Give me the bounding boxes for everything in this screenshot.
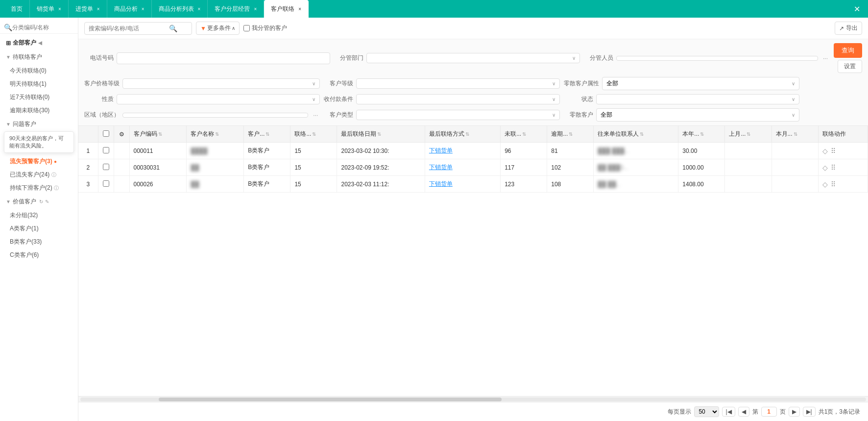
- th-type[interactable]: 客户... ⇅: [244, 126, 290, 143]
- sidebar-section-pending[interactable]: ▼ 待联络客户: [0, 50, 78, 64]
- th-overdue[interactable]: 逾期... ⇅: [547, 126, 594, 143]
- th-name[interactable]: 客户名称 ⇅: [187, 126, 244, 143]
- cell-last-contact-method[interactable]: 下销货单: [425, 143, 500, 159]
- sidebar-item-a-class[interactable]: A类客户(1): [0, 222, 78, 235]
- th-this-year[interactable]: 本年... ⇅: [678, 126, 725, 143]
- sidebar: 🔍 ⊞ 全部客户 ◀ ▼ 待联络客户 今天待联络(0) 明天待联络(1) 近7天…: [0, 18, 78, 421]
- contact-icon[interactable]: ◇: [822, 180, 828, 188]
- row-checkbox[interactable]: [103, 147, 109, 153]
- filter-payment: 收付款条件 ∨: [324, 94, 559, 104]
- per-page-select[interactable]: 50 100 200: [694, 406, 719, 417]
- region-more-icon[interactable]: ···: [311, 112, 320, 119]
- sidebar-item-overdue-pending[interactable]: 逾期未联络(30): [0, 104, 78, 117]
- sidebar-item-today-pending[interactable]: 今天待联络(0): [0, 64, 78, 77]
- sidebar-all-customers[interactable]: ⊞ 全部客户 ◀: [0, 36, 78, 50]
- contact-icon[interactable]: ◇: [822, 147, 828, 155]
- contact-icon[interactable]: ◇: [822, 164, 828, 172]
- export-button[interactable]: ↗ 导出: [835, 22, 862, 35]
- tab-product-analysis-list[interactable]: 商品分析列表 ×: [152, 0, 208, 18]
- sidebar-item-week-pending[interactable]: 近7天待联络(0): [0, 91, 78, 104]
- sidebar-section-problem[interactable]: ▼ 问题客户: [0, 117, 78, 131]
- sidebar-item-b-class[interactable]: B类客户(33): [0, 235, 78, 248]
- search-input[interactable]: [89, 25, 167, 32]
- retail-attr-select[interactable]: 全部 ∨: [602, 77, 799, 90]
- tab-customer-tier[interactable]: 客户分层经营 ×: [208, 0, 264, 18]
- status-select[interactable]: ∨: [596, 94, 799, 104]
- th-check: [98, 126, 114, 143]
- filter-person: 分管人员 ···: [584, 54, 830, 62]
- more-action-icon[interactable]: ⠿: [831, 147, 836, 155]
- search-button[interactable]: 🔍: [169, 25, 177, 32]
- content-area: 🔍 ▼ 更多条件 ∧ 我分管的客户 ↗ 导出 电话号码: [78, 18, 868, 421]
- tab-purchase-order[interactable]: 进货单 ×: [69, 0, 107, 18]
- tab-customer-contact[interactable]: 客户联络 ×: [264, 0, 309, 18]
- tab-sales-order[interactable]: 销货单 ×: [30, 0, 69, 18]
- sidebar-item-declining[interactable]: 持续下滑客户(2) ⓘ: [0, 181, 78, 195]
- tab-close-icon[interactable]: ×: [142, 6, 145, 12]
- sidebar-search-input[interactable]: [12, 24, 74, 31]
- sidebar-item-ungrouped[interactable]: 未分组(32): [0, 209, 78, 222]
- query-button[interactable]: 查询: [834, 43, 862, 58]
- next-page-button[interactable]: ▶: [789, 407, 800, 417]
- filter-more-btn[interactable]: ▼ 更多条件 ∧: [196, 22, 240, 35]
- more-action-icon[interactable]: ⠿: [831, 180, 836, 188]
- price-level-select[interactable]: ∨: [122, 78, 320, 89]
- payment-select[interactable]: ∨: [356, 94, 559, 104]
- tab-close-icon[interactable]: ×: [298, 6, 301, 12]
- sidebar-item-tomorrow-pending[interactable]: 明天待联络(1): [0, 77, 78, 91]
- th-last-contact-method[interactable]: 最后联络方式 ⇅: [425, 126, 500, 143]
- export-icon: ↗: [839, 25, 844, 32]
- refresh-icon[interactable]: ↻: [39, 199, 43, 204]
- row-checkbox[interactable]: [103, 180, 109, 187]
- cell-type: B类客户: [244, 159, 290, 176]
- first-page-button[interactable]: |◀: [722, 407, 735, 417]
- tab-product-analysis[interactable]: 商品分析 ×: [107, 0, 152, 18]
- last-page-button[interactable]: ▶|: [803, 407, 816, 417]
- page-input[interactable]: [761, 407, 777, 417]
- th-last-contact-date[interactable]: 最后联络日期 ⇅: [337, 126, 425, 143]
- th-settings[interactable]: ⚙: [114, 126, 129, 143]
- row-checkbox[interactable]: [103, 164, 109, 170]
- cell-last-contact-method[interactable]: 下销货单: [425, 159, 500, 176]
- sidebar-section-value[interactable]: ▼ 价值客户 ↻ ✎: [0, 195, 78, 209]
- prev-page-button[interactable]: ◀: [738, 407, 749, 417]
- collapse-icon: ◀: [38, 40, 42, 46]
- horizontal-scrollbar[interactable]: [78, 396, 868, 402]
- select-all-checkbox[interactable]: [103, 130, 109, 137]
- tab-home[interactable]: 首页: [4, 0, 30, 18]
- customer-type-select[interactable]: ∨: [356, 110, 559, 120]
- cell-check[interactable]: [98, 159, 114, 176]
- th-contact[interactable]: 联络... ⇅: [290, 126, 337, 143]
- tab-close-icon[interactable]: ×: [198, 6, 201, 12]
- window-close-button[interactable]: ✕: [850, 4, 864, 14]
- tab-close-icon[interactable]: ×: [58, 6, 61, 12]
- more-icon[interactable]: ···: [821, 55, 830, 62]
- edit-icon[interactable]: ✎: [45, 199, 49, 204]
- th-no-contact[interactable]: 未联... ⇅: [501, 126, 547, 143]
- more-action-icon[interactable]: ⠿: [831, 164, 836, 172]
- retail-select[interactable]: 全部 ∨: [596, 108, 799, 122]
- th-code[interactable]: 客户编码 ⇅: [129, 126, 187, 143]
- dept-select[interactable]: ∨: [366, 53, 580, 63]
- person-select[interactable]: [616, 56, 818, 61]
- region-select[interactable]: [122, 113, 308, 118]
- phone-input[interactable]: [117, 52, 330, 64]
- th-last-month[interactable]: 上月... ⇅: [725, 126, 772, 143]
- settings-button[interactable]: 设置: [838, 60, 862, 73]
- cell-check[interactable]: [98, 176, 114, 193]
- tab-close-icon[interactable]: ×: [254, 6, 257, 12]
- tab-close-icon[interactable]: ×: [97, 6, 100, 12]
- cell-last-contact-method[interactable]: 下销货单: [425, 176, 500, 193]
- th-this-month[interactable]: 本月... ⇅: [772, 126, 818, 143]
- sidebar-item-churned[interactable]: 已流失客户(24) ⓘ: [0, 168, 78, 181]
- cell-check[interactable]: [98, 143, 114, 159]
- my-customers-checkbox[interactable]: [243, 25, 250, 31]
- scrollbar-thumb[interactable]: [159, 397, 502, 401]
- sidebar-item-c-class[interactable]: C类客户(6): [0, 248, 78, 262]
- sidebar-item-churn-warning[interactable]: 流失预警客户(3) ●: [0, 155, 78, 168]
- customer-level-select[interactable]: ∨: [356, 78, 559, 89]
- cell-name: ████: [187, 143, 244, 159]
- th-unit-contact[interactable]: 往来单位联系人 ⇅: [594, 126, 678, 143]
- my-customers-filter[interactable]: 我分管的客户: [243, 24, 287, 32]
- nature-select[interactable]: ∨: [117, 94, 320, 104]
